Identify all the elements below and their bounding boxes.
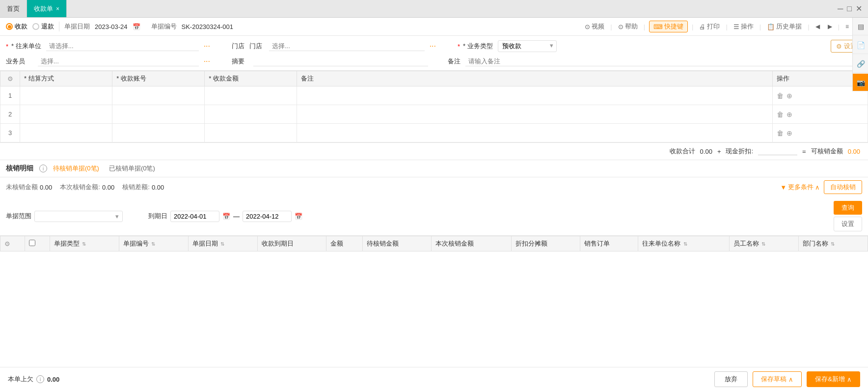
operation-btn[interactable]: ☰ 操作 [732,21,756,32]
summary-input[interactable] [253,56,428,66]
biz-type-field: * * 业务类型 预收款 [458,40,825,52]
row-2-num: 2 [0,105,20,124]
tab-bar: 首页 收款单 × ─ □ ✕ [0,0,868,18]
sidebar-doc-icon[interactable]: 📄 [853,36,868,54]
row-1-delete-icon[interactable]: 🗑 [777,92,784,100]
sort-doc-no-icon[interactable]: ⇅ [151,241,155,247]
this-order-info-icon[interactable]: i [36,375,44,383]
tab-home[interactable]: 首页 [0,0,27,17]
filter-btn-group: 查询 设置 [834,201,862,231]
row-1-copy-icon[interactable]: ⊕ [787,92,792,100]
sort-dept-icon[interactable]: ⇅ [831,241,835,247]
nav-prev-btn[interactable]: ◀ [814,22,822,31]
close-btn[interactable]: ✕ [856,4,862,13]
shortcut-btn[interactable]: ⌨ 快捷键 [649,21,688,32]
verify-stats: 未核销金额 0.00 本次核销金额: 0.00 核销差额: 0.00 ▼ 更多条… [0,177,868,197]
history-btn[interactable]: 📋 历史单据 [765,21,804,32]
right-sidebar: ▤ 📄 🔗 📷 [852,18,868,91]
sidebar-table-icon[interactable]: ▤ [853,18,868,35]
auto-verify-btn[interactable]: 自动核销 [824,180,862,194]
table-gear-icon[interactable]: ⚙ [7,75,13,83]
diff-label: 核销差额: [122,183,150,192]
row-3-action: 🗑 ⊕ [773,124,868,142]
cal-to-icon[interactable]: 📅 [295,213,302,220]
minimize-btn[interactable]: ─ [838,4,843,13]
video-btn[interactable]: ⊙ 视频 [583,21,606,32]
vcol-select-all[interactable] [29,240,35,246]
row-2-amount[interactable] [205,105,297,124]
query-label: 查询 [841,204,854,211]
sidebar-camera-icon[interactable]: 📷 [853,74,868,91]
tab-receipt-close[interactable]: × [56,5,59,12]
vcol-partner-header: 往来单位名称 ⇅ [638,236,729,251]
vcol-pending-header: 待核销金额 [362,236,431,251]
col-account-no-header: * 收款账号 [112,71,205,86]
save-draft-btn[interactable]: 保存草稿 ∧ [753,371,802,387]
history-label: 历史单据 [776,22,802,31]
row-1-account[interactable] [112,86,205,105]
query-btn[interactable]: 查询 [834,201,862,215]
row-1-remark[interactable] [297,86,773,105]
row-3-delete-icon[interactable]: 🗑 [777,129,784,137]
row-3-amount[interactable] [205,124,297,142]
radio-refund[interactable]: 退款 [32,22,54,31]
staff-input[interactable] [38,56,199,66]
partner-input[interactable] [46,41,199,51]
verify-completed-tab[interactable]: 已核销单据(0笔) [109,164,155,173]
vcol-doc-no-header: 单据编号 ⇅ [119,236,188,251]
vtable-gear-icon[interactable]: ⚙ [4,240,10,248]
row-2-delete-icon[interactable]: 🗑 [777,111,784,118]
row-1-amount[interactable] [205,86,297,105]
date-to-input[interactable] [243,211,292,222]
current-label: 本次核销金额: [60,183,100,192]
row-3-copy-icon[interactable]: ⊕ [787,129,792,137]
verify-info-icon[interactable]: i [39,165,47,172]
verify-pending-tab[interactable]: 待核销单据(0笔) [53,164,99,173]
store-input[interactable] [269,41,425,51]
layout-list-btn[interactable]: ≡ [843,22,851,31]
video-label: 视频 [592,22,604,31]
remark-input[interactable] [465,56,862,66]
range-select[interactable] [34,211,123,222]
abandon-btn[interactable]: 放弃 [714,371,748,387]
row-1-settle[interactable] [20,86,112,105]
sort-doc-date-icon[interactable]: ⇅ [220,241,224,247]
nav-next-btn[interactable]: ▶ [826,22,834,31]
help-btn[interactable]: ⊙ 帮助 [616,21,640,32]
row-3-settle[interactable] [20,124,112,142]
vcol-staff-header: 员工名称 ⇅ [729,236,798,251]
biz-type-dropdown[interactable]: 预收款 [498,40,557,52]
date-range: 📅 — 📅 [170,211,302,222]
cal-from-icon[interactable]: 📅 [222,213,230,220]
save-new-label: 保存&新增 [815,375,845,384]
maximize-btn[interactable]: □ [847,4,852,13]
radio-receipt[interactable]: 收款 [6,22,27,31]
row-3-remark[interactable] [297,124,773,142]
sort-doc-type-icon[interactable]: ⇅ [82,241,86,247]
tab-home-label: 首页 [7,4,20,13]
operation-icon: ☰ [733,23,739,30]
date-picker-icon[interactable]: 📅 [133,23,140,30]
tab-receipt-label: 收款单 [34,4,53,13]
row-2-remark[interactable] [297,105,773,124]
range-select-wrapper [34,211,123,222]
staff-more-btn[interactable]: ··· [202,57,212,66]
store-more-btn[interactable]: ··· [428,42,438,51]
row-2-account[interactable] [112,105,205,124]
discount-input[interactable] [758,147,797,155]
more-conditions-btn[interactable]: ▼ 更多条件 ∧ [780,183,820,192]
print-btn[interactable]: 🖨 打印 [697,21,722,32]
partner-more-btn[interactable]: ··· [202,42,212,51]
verify-settings-btn[interactable]: 设置 [834,217,862,231]
date-from-input[interactable] [170,211,219,222]
row-2-copy-icon[interactable]: ⊕ [787,111,792,118]
sort-staff-icon[interactable]: ⇅ [761,241,765,247]
save-new-btn[interactable]: 保存&新增 ∧ [807,371,860,387]
biz-type-value: 预收款 [502,42,521,50]
sort-partner-icon[interactable]: ⇅ [683,241,687,247]
stat-current: 本次核销金额: 0.00 [60,183,114,192]
sidebar-link-icon[interactable]: 🔗 [853,55,868,73]
row-3-account[interactable] [112,124,205,142]
tab-receipt[interactable]: 收款单 × [27,0,67,17]
row-2-settle[interactable] [20,105,112,124]
